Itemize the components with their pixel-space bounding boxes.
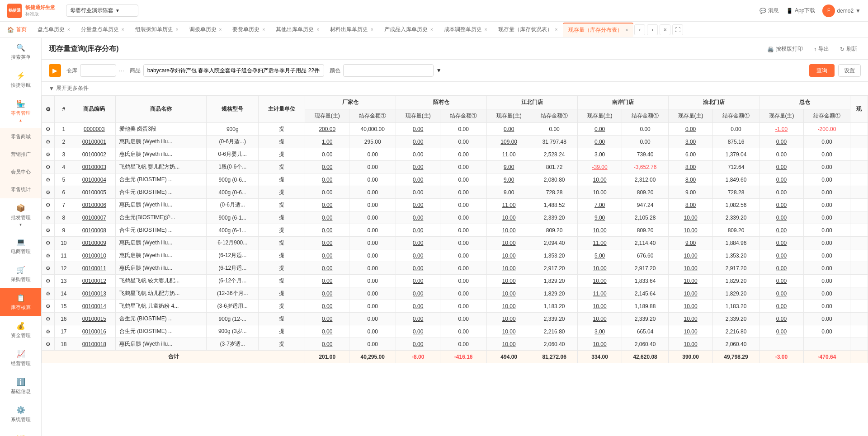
jb-qty-cell[interactable]: 10.00 [487,262,531,275]
jb-qty-cell[interactable]: 10.00 [487,211,531,224]
code-cell[interactable]: 0000003 [73,123,115,136]
goods-input[interactable] [143,64,324,77]
tab-finished-inbound[interactable]: 产成品入库单历史 × [379,23,439,37]
sidebar-item-marketing[interactable]: 营销推广 [0,145,41,163]
muc-qty-cell[interactable]: 0.00 [396,186,440,199]
total-qty-cell[interactable]: -1.00 [760,123,804,136]
settings-cell[interactable]: ⚙ [42,237,55,249]
total-qty-cell[interactable]: 0.00 [760,249,804,262]
yb-qty-cell[interactable]: 10.00 [669,224,713,237]
tab-assemble[interactable]: 组装拆卸单历史 × [130,23,184,37]
expand-more-button[interactable]: ▼ 展开更多条件 [49,84,89,92]
na-qty-cell[interactable]: -39.00 [578,161,622,173]
tab-portion-check[interactable]: 分量盘点单历史 × [75,23,130,37]
total-qty-cell[interactable]: 0.00 [760,173,804,186]
fac-qty-cell[interactable]: 200.00 [305,123,349,136]
settings-cell[interactable]: ⚙ [42,136,55,148]
sidebar-item-system[interactable]: ⚙️ 系统管理 [0,400,41,428]
total-qty-cell[interactable]: 0.00 [760,148,804,161]
muc-qty-cell[interactable]: 0.00 [396,148,440,161]
muc-qty-cell[interactable]: 0.00 [396,313,440,325]
jb-qty-cell[interactable]: 109.00 [487,136,531,148]
settings-cell[interactable]: ⚙ [42,186,55,199]
muc-qty-cell[interactable]: 0.00 [396,123,440,136]
na-qty-cell[interactable]: 10.00 [578,186,622,199]
total-qty-cell[interactable]: 0.00 [760,199,804,211]
sidebar-item-purchase[interactable]: 🛒 采购管理 [0,260,41,288]
total-qty-cell[interactable] [760,338,804,351]
na-qty-cell[interactable]: 7.00 [578,199,622,211]
fac-qty-cell[interactable]: 1.00 [305,136,349,148]
jb-qty-cell[interactable]: 10.00 [487,224,531,237]
yb-qty-cell[interactable]: 8.00 [669,173,713,186]
muc-qty-cell[interactable]: 0.00 [396,199,440,211]
tab-stock-dist[interactable]: 现存量（库存分布表） × [563,23,633,37]
settings-cell[interactable]: ⚙ [42,325,55,338]
jb-qty-cell[interactable]: 10.00 [487,300,531,313]
na-qty-cell[interactable]: 9.00 [578,211,622,224]
company-selector[interactable]: 母婴行业演示陈套 ▼ [66,5,138,17]
na-qty-cell[interactable]: 10.00 [578,300,622,313]
tab-prev-button[interactable]: ‹ [634,24,645,35]
muc-qty-cell[interactable]: 0.00 [396,275,440,287]
yb-qty-cell[interactable]: 9.00 [669,186,713,199]
fac-qty-cell[interactable]: 0.00 [305,338,349,351]
close-icon[interactable]: × [316,27,319,32]
sidebar-item-mall[interactable]: 零售商城 [0,128,41,145]
total-qty-cell[interactable]: 0.00 [760,262,804,275]
settings-cell[interactable]: ⚙ [42,148,55,161]
export-button[interactable]: ↑ 导出 [810,43,833,55]
tab-cost-adjust[interactable]: 成本调整单历史 × [439,23,493,37]
fac-qty-cell[interactable]: 0.00 [305,249,349,262]
na-qty-cell[interactable]: 0.00 [578,123,622,136]
tab-expand-button[interactable]: ⛶ [672,24,683,35]
code-cell[interactable]: 00100012 [73,275,115,287]
tab-transfer[interactable]: 调拨单历史 × [184,23,227,37]
code-cell[interactable]: 00100002 [73,148,115,161]
code-cell[interactable]: 00100003 [73,161,115,173]
settings-button[interactable]: 设置 [838,64,861,77]
code-cell[interactable]: 00100005 [73,186,115,199]
code-cell[interactable]: 00100001 [73,136,115,148]
sidebar-item-collab[interactable]: 🤝 企业协同 [0,428,41,436]
tab-stock-status[interactable]: 现存量（库存状况表） × [493,23,563,37]
jb-qty-cell[interactable]: 11.00 [487,148,531,161]
code-cell[interactable]: 00100010 [73,249,115,262]
user-menu[interactable]: E demo2 ▼ [822,5,861,17]
settings-cell[interactable]: ⚙ [42,249,55,262]
sidebar-item-basic[interactable]: ℹ️ 基础信息 [0,372,41,400]
yb-qty-cell[interactable]: 10.00 [669,300,713,313]
sidebar-item-inventory[interactable]: 📋 库存核算 [0,288,41,316]
query-button[interactable]: 查询 [809,64,835,77]
close-icon[interactable]: × [625,28,628,33]
jb-qty-cell[interactable]: 9.00 [487,173,531,186]
na-qty-cell[interactable]: 10.00 [578,224,622,237]
settings-cell[interactable]: ⚙ [42,287,55,300]
yb-qty-cell[interactable]: 10.00 [669,287,713,300]
na-qty-cell[interactable]: 10.00 [578,275,622,287]
na-qty-cell[interactable]: 11.00 [578,237,622,249]
na-qty-cell[interactable]: 0.00 [578,136,622,148]
yb-qty-cell[interactable]: 3.00 [669,136,713,148]
close-icon[interactable]: × [555,27,558,32]
muc-qty-cell[interactable]: 0.00 [396,287,440,300]
yb-qty-cell[interactable]: 8.00 [669,161,713,173]
yb-qty-cell[interactable]: 10.00 [669,275,713,287]
fac-qty-cell[interactable]: 0.00 [305,313,349,325]
tab-material-outbound[interactable]: 材料出库单历史 × [325,23,379,37]
close-icon[interactable]: × [219,27,222,32]
settings-cell[interactable]: ⚙ [42,275,55,287]
total-qty-cell[interactable]: 0.00 [760,325,804,338]
yb-qty-cell[interactable]: 10.00 [669,211,713,224]
collapse-button[interactable]: ▶ [49,64,61,77]
muc-qty-cell[interactable]: 0.00 [396,161,440,173]
tab-next-button[interactable]: › [647,24,658,35]
muc-qty-cell[interactable]: 0.00 [396,300,440,313]
sidebar-item-member[interactable]: 会员中心 [0,163,41,181]
settings-cell[interactable]: ⚙ [42,224,55,237]
fac-qty-cell[interactable]: 0.00 [305,173,349,186]
color-input[interactable] [343,64,434,77]
fac-qty-cell[interactable]: 0.00 [305,148,349,161]
sidebar-item-nav[interactable]: ⚡ 快捷导航 [0,66,41,94]
warehouse-input[interactable] [80,64,116,77]
